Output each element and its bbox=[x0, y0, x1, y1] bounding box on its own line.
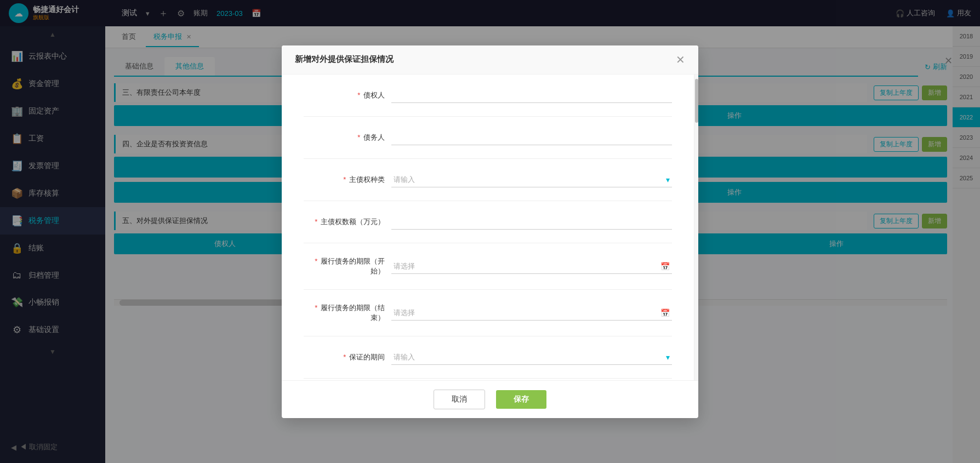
label-debtor: * 债务人 bbox=[304, 133, 391, 142]
input-claim-type[interactable] bbox=[391, 172, 672, 187]
label-period-end: * 履行债务的期限（结束） bbox=[304, 303, 391, 323]
input-claim-amount[interactable] bbox=[391, 214, 672, 230]
label-period-start: * 履行债务的期限（开始） bbox=[304, 256, 391, 276]
cancel-button[interactable]: 取消 bbox=[434, 390, 485, 409]
guarantee-period-dropdown-icon[interactable]: ▾ bbox=[666, 353, 670, 362]
divider-1 bbox=[304, 116, 672, 117]
input-wrapper-period-start: 📅 bbox=[391, 259, 672, 274]
input-period-start[interactable] bbox=[391, 259, 672, 274]
input-wrapper-debtor bbox=[391, 130, 672, 145]
input-wrapper-creditor bbox=[391, 88, 672, 103]
input-debtor[interactable] bbox=[391, 130, 672, 145]
modal-header: 新增对外提供保证担保情况 ✕ bbox=[282, 45, 698, 75]
save-button[interactable]: 保存 bbox=[496, 390, 546, 409]
input-wrapper-claim-type: ▾ bbox=[391, 172, 672, 187]
field-period-end: * 履行债务的期限（结束） 📅 bbox=[304, 303, 672, 323]
field-claim-type: * 主债权种类 ▾ bbox=[304, 172, 672, 187]
input-wrapper-period-end: 📅 bbox=[391, 305, 672, 321]
modal-close-button[interactable]: ✕ bbox=[676, 54, 685, 65]
label-claim-amount: * 主债权数额（万元） bbox=[304, 217, 391, 227]
modal-footer: 取消 保存 bbox=[282, 380, 698, 418]
input-wrapper-guarantee-period: ▾ bbox=[391, 350, 672, 365]
modal-scrollbar[interactable] bbox=[694, 75, 698, 380]
modal-body: * 债权人 * 债务人 bbox=[282, 75, 694, 380]
divider-5 bbox=[304, 289, 672, 290]
modal-title: 新增对外提供保证担保情况 bbox=[295, 54, 394, 65]
field-period-start: * 履行债务的期限（开始） 📅 bbox=[304, 256, 672, 276]
label-creditor: * 债权人 bbox=[304, 90, 391, 100]
calendar-start-icon[interactable]: 📅 bbox=[660, 262, 670, 271]
divider-6 bbox=[304, 336, 672, 336]
modal-scroll-thumb[interactable] bbox=[695, 79, 698, 123]
field-creditor: * 债权人 bbox=[304, 88, 672, 103]
calendar-end-icon[interactable]: 📅 bbox=[660, 308, 670, 317]
modal-overlay: 新增对外提供保证担保情况 ✕ * 债权人 bbox=[0, 0, 980, 463]
input-wrapper-claim-amount bbox=[391, 214, 672, 230]
divider-7 bbox=[304, 378, 672, 379]
divider-4 bbox=[304, 243, 672, 243]
modal: 新增对外提供保证担保情况 ✕ * 债权人 bbox=[282, 45, 698, 418]
input-period-end[interactable] bbox=[391, 305, 672, 321]
claim-type-dropdown-icon[interactable]: ▾ bbox=[666, 175, 670, 184]
divider-3 bbox=[304, 201, 672, 201]
label-claim-type: * 主债权种类 bbox=[304, 175, 391, 185]
label-guarantee-period: * 保证的期间 bbox=[304, 352, 391, 362]
field-debtor: * 债务人 bbox=[304, 130, 672, 145]
divider-2 bbox=[304, 158, 672, 159]
field-claim-amount: * 主债权数额（万元） bbox=[304, 214, 672, 230]
input-guarantee-period[interactable] bbox=[391, 350, 672, 365]
field-guarantee-period: * 保证的期间 ▾ bbox=[304, 350, 672, 365]
input-creditor[interactable] bbox=[391, 88, 672, 103]
